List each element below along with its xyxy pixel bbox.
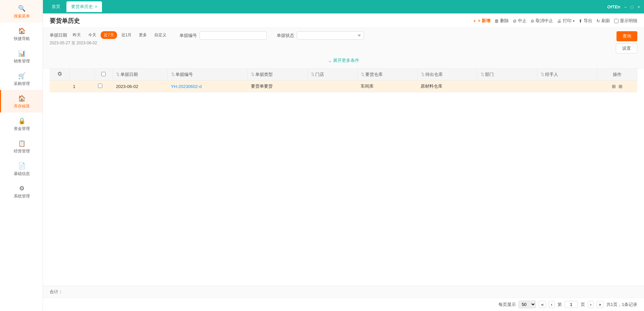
cancel-stop-icon: ⊘ [531,18,534,24]
td-date: 2023-06-02 [113,81,168,92]
last-page-button[interactable]: » [596,301,603,308]
sidebar-item-finance[interactable]: 🔒 资金管理 [0,113,43,135]
export-button[interactable]: ⬆ 导出 [579,18,592,24]
sort-icon: ⇅ [251,72,255,77]
toolbar: + + 新增 🗑 删除 ⊘ 中止 ⊘ 取消中止 🖨 打印 [473,18,637,24]
date-filter-label: 单据日期 [50,32,67,38]
expand-filter-row: ⌄ 展开更多条件 [50,56,637,65]
sort-icon: ⇅ [311,72,315,77]
tab-home[interactable]: 首页 [47,1,65,12]
sort-icon: ⇅ [481,72,484,77]
expand-filter-button[interactable]: ⌄ 展开更多条件 [328,57,359,63]
setting-button[interactable]: 设置 [616,43,637,53]
delete-icon: 🗑 [494,18,499,24]
close-tab-icon[interactable]: × [95,4,97,9]
content-area: 要货单历史 + + 新增 🗑 删除 ⊘ 中止 ⊘ 取消中止 [43,13,644,311]
filter-area: 单据日期 昨天 今天 近7天 近1月 更多 自定义 2023-05-27 至 2… [43,28,644,69]
delete-button[interactable]: 🗑 删除 [494,18,509,24]
more-icon[interactable]: ⊞ [619,84,623,89]
date-btn-7days[interactable]: 近7天 [101,31,117,39]
date-btn-yesterday[interactable]: 昨天 [70,31,84,39]
sidebar-item-label: 销售管理 [14,58,30,64]
date-btn-custom[interactable]: 自定义 [151,31,169,39]
sidebar-item-quick-nav[interactable]: 🏠 快捷导航 [0,23,43,45]
td-settings [50,81,70,92]
sidebar-item-label: 搜索菜单 [14,13,30,19]
refresh-button[interactable]: ↻ 刷新 [596,18,610,24]
date-btn-1month[interactable]: 近1月 [118,31,135,39]
date-btn-more[interactable]: 更多 [136,31,150,39]
stop-button[interactable]: ⊘ 中止 [513,18,527,24]
status-filter-label: 单据状态 [277,33,294,39]
window-minimize-icon[interactable]: – [624,4,627,9]
code-filter-label: 单据编号 [179,33,197,39]
prev-page-button[interactable]: ‹ [549,301,555,308]
cancel-stop-button[interactable]: ⊘ 取消中止 [531,18,553,24]
sidebar-item-label: 系统管理 [14,193,30,199]
settings-gear-icon[interactable] [57,71,62,77]
first-page-button[interactable]: « [539,301,546,308]
sort-icon: ⇅ [541,72,544,77]
query-button[interactable]: 查询 [616,31,637,41]
page-label: 第 [557,302,562,308]
sidebar-item-label: 库存核算 [14,103,30,109]
td-checkbox [95,81,113,92]
tab-active[interactable]: 要货单历史 × [66,1,102,12]
edit-icon[interactable]: ⊞ [612,84,616,89]
record-link[interactable]: YH-20230602-d [171,84,202,89]
sort-icon: ⇅ [421,72,425,77]
th-handler: ⇅经手人 [537,69,597,81]
print-icon: 🖨 [557,18,561,24]
sidebar-item-sales[interactable]: 📊 销售管理 [0,45,43,68]
th-settings [50,69,70,81]
date-btn-today[interactable]: 今天 [85,31,99,39]
total-info: 共1页，1条记录 [606,302,637,308]
th-warehouse: ⇅要货仓库 [357,69,417,81]
th-code: ⇅单据编号 [167,69,247,81]
display-detail-checkbox[interactable] [614,19,619,23]
print-button[interactable]: 🖨 打印 ▾ [557,18,575,24]
page-header: 要货单历史 + + 新增 🗑 删除 ⊘ 中止 ⊘ 取消中止 [43,13,644,28]
sidebar-item-label: 基础信息 [14,171,30,177]
sidebar-item-basic-info[interactable]: 📄 基础信息 [0,158,43,180]
summary-label: 合计： [50,289,63,294]
td-dept [477,81,537,92]
home-tab-label: 首页 [52,4,60,10]
th-pending-warehouse: ⇅待出仓库 [417,69,477,81]
td-pending: 原材料仓库 [417,81,477,92]
refresh-icon: ↻ [596,18,600,24]
expand-label: 展开更多条件 [333,57,359,63]
code-filter-input[interactable] [200,31,267,40]
th-dept: ⇅部门 [477,69,537,81]
basic-info-icon: 📄 [18,162,25,170]
select-all-checkbox[interactable] [101,72,106,76]
window-close-icon[interactable]: × [637,4,640,9]
status-filter-select[interactable] [297,31,364,40]
sidebar-item-inventory[interactable]: 🏠 库存核算 [0,90,43,113]
display-detail-toggle[interactable]: 显示明细 [614,18,637,24]
window-maximize-icon[interactable]: □ [631,4,634,9]
display-detail-label: 显示明细 [620,18,637,24]
code-filter-group: 单据编号 [179,31,267,40]
sidebar-item-purchase[interactable]: 🛒 采购管理 [0,68,43,90]
main-area: 首页 要货单历史 × OfTEn – □ × 要货单历史 + + 新增 🗑 [43,0,644,311]
per-page-select[interactable]: 20 50 100 200 [519,301,536,308]
sidebar-item-operation[interactable]: 📋 经营管理 [0,135,43,158]
next-page-button[interactable]: › [588,301,594,308]
page-input[interactable] [565,301,578,308]
table-row: 1 2023-06-02 YH-20230602-d 要货单要货 车间库 原材料… [50,81,637,92]
sidebar-item-search-menu[interactable]: 🔍 搜索菜单 [0,0,43,23]
th-num [70,69,95,81]
sidebar-item-system[interactable]: ⚙ 系统管理 [0,180,43,203]
system-icon: ⚙ [19,185,24,192]
sidebar-item-label: 采购管理 [14,81,30,87]
date-range-display: 2023-05-27 至 2023-06-02 [50,40,97,46]
new-icon: + [473,18,476,24]
new-button[interactable]: + + 新增 [473,18,490,24]
row-checkbox[interactable] [98,84,102,88]
sales-icon: 📊 [18,50,25,57]
footer-summary: 合计： [43,286,644,298]
per-page-label: 每页显示 [498,302,516,308]
th-checkbox [95,69,113,81]
page-title: 要货单历史 [50,17,80,25]
